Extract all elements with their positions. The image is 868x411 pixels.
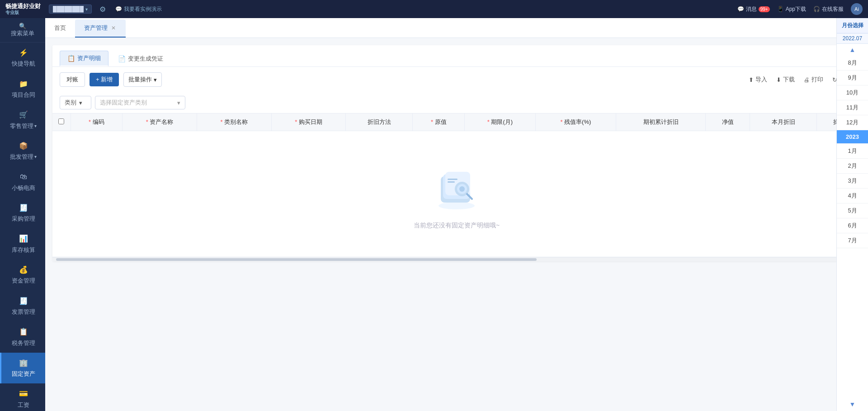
print-button[interactable]: 🖨 打印 <box>801 74 826 85</box>
app-logo: 畅捷通好业财 专业版 <box>5 3 41 15</box>
quick-nav-label: 快捷导航 <box>12 60 35 68</box>
main-layout: 🔍 搜索菜单 ⚡ 快捷导航 📁 项目合同 🛒 零售管理 ▾ 📦 批发管理 ▾ <box>0 18 868 411</box>
month-item-10[interactable]: 10月 <box>837 85 868 100</box>
month-item-2023-1[interactable]: 1月 <box>837 144 868 159</box>
th-period: 期限(月) <box>465 113 535 131</box>
sidebar-item-assets[interactable]: 🏢 固定资产 <box>0 353 45 384</box>
sidebar-item-finance[interactable]: 💰 资金管理 <box>0 260 45 291</box>
invoice-icon: 🧾 <box>19 296 28 306</box>
tab-assets-label: 资产管理 <box>84 24 108 32</box>
category-input[interactable]: 选择固定资产类别 ▾ <box>95 96 185 109</box>
month-nav-up[interactable]: ▲ <box>837 44 868 56</box>
detail-tab-icon: 📋 <box>67 55 75 62</box>
empty-state: 当前您还没有固定资产明细哦~ <box>52 131 861 257</box>
tab-assets-management[interactable]: 资产管理 ✕ <box>75 19 126 38</box>
th-monthly-depreciation: 本月折旧 <box>750 113 817 131</box>
month-item-12[interactable]: 12月 <box>837 115 868 130</box>
scrollbar-thumb[interactable] <box>56 258 537 261</box>
app-download-icon: 📱 <box>777 6 784 12</box>
month-down-button[interactable]: ▼ <box>837 399 868 409</box>
select-all-th <box>52 113 71 131</box>
sidebar-item-tax[interactable]: 📋 税务管理 <box>0 321 45 353</box>
app-download-label: App下载 <box>786 5 806 13</box>
download-icon: ⬇ <box>776 76 781 83</box>
user-avatar[interactable]: Ai <box>851 3 863 15</box>
import-button[interactable]: ⬆ 导入 <box>746 74 770 85</box>
tax-icon: 📋 <box>19 327 28 337</box>
sidebar-item-label-invoice: 发票管理 <box>12 308 35 316</box>
svg-point-0 <box>439 202 475 209</box>
app-download-button[interactable]: 📱 App下载 <box>777 5 806 13</box>
sidebar-item-label-ecommerce: 小畅电商 <box>12 184 35 192</box>
sidebar-item-quick-nav[interactable]: ⚡ 快捷导航 <box>0 43 45 74</box>
month-item-2023-4[interactable]: 4月 <box>837 189 868 203</box>
sub-tab-detail-label: 资产明细 <box>77 54 101 62</box>
sidebar-item-invoice[interactable]: 🧾 发票管理 <box>0 291 45 322</box>
messages-label: 消息 <box>746 5 757 13</box>
sidebar-item-label-tax: 税务管理 <box>12 339 35 347</box>
th-purchase-date: 购买日期 <box>271 113 346 131</box>
app-edition: 专业版 <box>5 10 41 15</box>
company-selector[interactable]: ████████ ▾ <box>49 5 92 14</box>
sidebar-item-salary[interactable]: 💳 工资 <box>0 383 45 411</box>
month-item-2023-7[interactable]: 7月 <box>837 233 868 248</box>
selected-year-display: 2022.07 <box>843 35 862 42</box>
sidebar-item-purchase[interactable]: 🧾 采购管理 <box>0 198 45 229</box>
topbar-right: 💬 消息 99+ 📱 App下载 🎧 在线客服 Ai <box>737 3 863 15</box>
tab-close-icon[interactable]: ✕ <box>110 24 117 32</box>
th-code: 编码 <box>71 113 123 131</box>
reconcile-button[interactable]: 对账 <box>60 72 85 87</box>
search-menu-button[interactable]: 🔍 搜索菜单 <box>0 18 45 43</box>
sidebar-item-inventory[interactable]: 📊 库存核算 <box>0 228 45 260</box>
month-item-2023-3[interactable]: 3月 <box>837 174 868 189</box>
month-panel: 月份选择 2022.07 ▲ 8月 9月 10月 11月 12月 2023 1月… <box>836 18 868 411</box>
voucher-tab-icon: 📄 <box>118 55 126 62</box>
category-type-arrow-icon: ▾ <box>79 99 82 106</box>
sidebar-item-wholesale[interactable]: 📦 批发管理 ▾ <box>0 136 45 167</box>
settings-icon[interactable]: ⚙ <box>96 3 109 15</box>
online-service-label: 在线客服 <box>822 5 844 13</box>
tab-home[interactable]: 首页 <box>45 19 75 38</box>
sidebar-item-project[interactable]: 📁 项目合同 <box>0 74 45 105</box>
inventory-icon: 📊 <box>19 234 28 244</box>
online-service-button[interactable]: 🎧 在线客服 <box>813 5 844 13</box>
month-item-2023-6[interactable]: 6月 <box>837 218 868 233</box>
th-net-value: 净值 <box>706 113 750 131</box>
ecommerce-icon: 🛍 <box>20 172 27 182</box>
assets-icon: 🏢 <box>19 358 28 368</box>
download-label: 下载 <box>783 76 795 84</box>
th-original-value: 原值 <box>413 113 465 131</box>
demo-icon: 💬 <box>115 6 122 12</box>
retail-arrow-icon: ▾ <box>34 123 37 129</box>
month-up-button[interactable]: ▲ <box>837 45 868 55</box>
messages-button[interactable]: 💬 消息 99+ <box>737 5 770 13</box>
print-icon: 🖨 <box>804 76 810 83</box>
sidebar-item-label-project: 项目合同 <box>12 91 35 99</box>
month-item-2023-2[interactable]: 2月 <box>837 159 868 174</box>
batch-label: 批量操作 <box>128 76 152 84</box>
add-button[interactable]: + 新增 <box>90 73 119 86</box>
search-icon: 🔍 <box>4 23 42 29</box>
select-all-checkbox[interactable] <box>58 118 64 124</box>
category-type-select[interactable]: 类别 ▾ <box>60 96 91 109</box>
sidebar-item-retail[interactable]: 🛒 零售管理 ▾ <box>0 104 45 136</box>
filter-row: 类别 ▾ 选择固定资产类别 ▾ <box>52 92 861 113</box>
month-panel-title: 月份选择 <box>837 18 868 33</box>
sidebar-item-label-inventory: 库存核算 <box>12 246 35 254</box>
month-item-9[interactable]: 9月 <box>837 71 868 85</box>
sub-tab-voucher[interactable]: 📄 变更生成凭证 <box>110 51 171 66</box>
month-item-8[interactable]: 8月 <box>837 56 868 71</box>
sub-tab-detail[interactable]: 📋 资产明细 <box>60 51 108 66</box>
demo-link[interactable]: 💬 我要看实例演示 <box>115 5 162 13</box>
month-item-2023-5[interactable]: 5月 <box>837 203 868 218</box>
quick-nav-icon: ⚡ <box>19 48 28 58</box>
sidebar-item-ecommerce[interactable]: 🛍 小畅电商 <box>0 166 45 198</box>
wholesale-icon: 📦 <box>19 141 28 151</box>
horizontal-scrollbar[interactable] <box>52 257 861 261</box>
month-item-11[interactable]: 11月 <box>837 100 868 115</box>
download-button[interactable]: ⬇ 下载 <box>774 74 797 85</box>
main-card: 📋 资产明细 📄 变更生成凭证 对账 + 新增 <box>52 45 861 261</box>
month-nav-down[interactable]: ▼ <box>837 397 868 411</box>
batch-button[interactable]: 批量操作 ▾ <box>123 72 162 87</box>
sidebar-item-label-wholesale: 批发管理 <box>10 153 33 161</box>
